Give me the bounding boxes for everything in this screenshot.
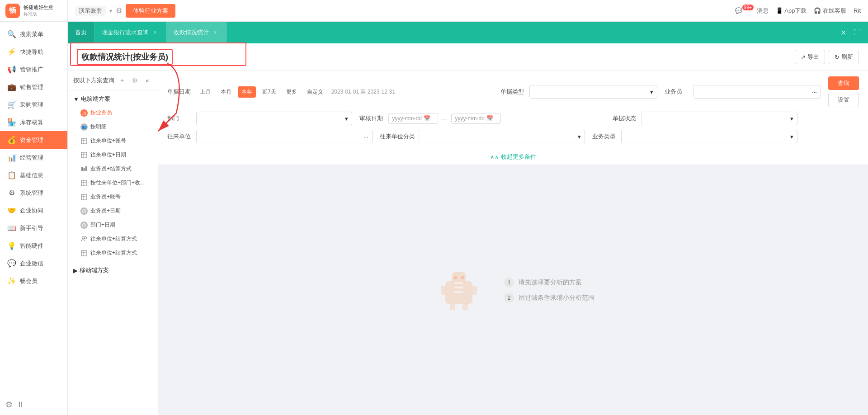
scheme-by-salesperson[interactable]: 员 按业务员 xyxy=(68,106,158,120)
sidebar-nav-item-12[interactable]: 💡智能硬件 xyxy=(0,237,67,255)
sidebar-nav-item-0[interactable]: 🔍搜索菜单 xyxy=(0,25,67,43)
settings-bottom-icon[interactable]: ⚙ xyxy=(5,400,13,410)
sidebar-nav-item-5[interactable]: 🏪库存核算 xyxy=(0,113,67,131)
refresh-button[interactable]: ↻ 刷新 xyxy=(829,50,859,64)
scheme-partner-settle1[interactable]: 往来单位+结算方式 xyxy=(68,232,158,246)
company-name[interactable]: 演示账套 xyxy=(75,6,106,16)
nav-label-5: 库存核算 xyxy=(20,118,43,127)
type-select[interactable]: ▾ xyxy=(529,85,657,99)
app-download-link[interactable]: 📱 App下载 xyxy=(776,7,807,15)
scheme-by-detail[interactable]: 👥 按明细 xyxy=(68,120,158,134)
salesperson-filter-label: 业务员 xyxy=(665,88,690,96)
nav-icon-2: 📢 xyxy=(7,65,16,74)
mobile-scheme-group: ▶ 移动端方案 xyxy=(68,262,158,279)
business-type-label: 业务类型 xyxy=(592,132,618,141)
collapse-sidebar-icon[interactable]: ⏸ xyxy=(16,400,24,410)
partner-more-btn[interactable]: ··· xyxy=(363,133,368,140)
window-close-btn[interactable]: ✕ xyxy=(839,27,848,39)
scheme-salesperson-date[interactable]: 业务员+日期 xyxy=(68,204,158,218)
tab-home[interactable]: 首页 xyxy=(68,22,94,43)
partner-dept-icon xyxy=(80,179,88,187)
trial-button[interactable]: 体验行业方案 xyxy=(126,4,175,18)
bank-flow-tab-close[interactable]: × xyxy=(151,29,159,36)
scheme-partner-settle2-label: 往来单位+结算方式 xyxy=(90,249,137,257)
nav-icon-1: ⚡ xyxy=(7,47,16,56)
empty-state: 1 请先选择要分析的方案 2 用过滤条件来缩小分析范围 xyxy=(158,165,868,415)
review-date-start[interactable]: yyyy-mm-dd 📅 xyxy=(388,113,438,124)
scheme-detail-label: 按明细 xyxy=(90,123,107,131)
nav-icon-6: 💰 xyxy=(7,136,16,144)
sidebar-nav-item-7[interactable]: 📊经营管理 xyxy=(0,149,67,166)
partner-category-select[interactable]: ▾ xyxy=(419,130,585,143)
nav-label-14: 畅会员 xyxy=(20,277,38,285)
sidebar-nav-item-2[interactable]: 📢营销推广 xyxy=(0,61,67,78)
sidebar-nav-item-1[interactable]: ⚡快捷导航 xyxy=(0,43,67,61)
nav-icon-7: 📊 xyxy=(7,153,16,162)
nav-icon-0: 🔍 xyxy=(7,30,16,38)
salesperson-icon: 员 xyxy=(80,109,88,117)
collection-stats-tab-label: 收款情况统计 xyxy=(174,28,209,37)
export-button[interactable]: ↗ 导出 xyxy=(795,50,825,64)
sidebar-nav-item-4[interactable]: 🛒采购管理 xyxy=(0,96,67,113)
calendar-end-icon: 📅 xyxy=(486,115,493,122)
mobile-scheme-label: 移动端方案 xyxy=(80,266,109,274)
sidebar-nav-item-8[interactable]: 📋基础信息 xyxy=(0,166,67,184)
scheme-salesperson-settle[interactable]: 业务员+结算方式 xyxy=(68,162,158,176)
settings-button[interactable]: 设置 xyxy=(828,93,859,107)
filter-partner-item: 往来单位 ··· xyxy=(167,130,373,143)
date-tab-更多[interactable]: 更多 xyxy=(283,86,301,98)
date-tab-自定义[interactable]: 自定义 xyxy=(303,86,327,98)
sidebar-nav-item-14[interactable]: ✨畅会员 xyxy=(0,272,67,290)
window-maximize-btn[interactable]: ⛶ xyxy=(852,27,863,38)
dept-filter-label: 部门 xyxy=(167,114,193,123)
review-date-end[interactable]: yyyy-mm-dd 📅 xyxy=(451,113,501,124)
doc-status-label: 单据状态 xyxy=(613,114,638,123)
sidebar-nav-item-9[interactable]: ⚙系统管理 xyxy=(0,184,67,202)
desktop-scheme-chevron: ▼ xyxy=(73,96,79,103)
scheme-partner-date[interactable]: 往来单位+日期 xyxy=(68,148,158,162)
scheme-partner-dept[interactable]: 按往来单位+部门+收... xyxy=(68,176,158,190)
user-name[interactable]: Rit xyxy=(854,7,861,14)
company-chevron-icon[interactable]: ▾ xyxy=(109,8,112,14)
sidebar-nav-item-13[interactable]: 💬企业微信 xyxy=(0,255,67,272)
nav-label-0: 搜索菜单 xyxy=(20,30,43,38)
add-scheme-btn[interactable]: + xyxy=(117,75,127,85)
tab-bar-actions: ✕ ⛶ xyxy=(833,22,868,43)
tab-bank-flow[interactable]: 现金银行流水查询 × xyxy=(94,22,166,43)
doc-status-select[interactable]: ▾ xyxy=(642,112,797,125)
sidebar-nav-item-11[interactable]: 📖新手引导 xyxy=(0,219,67,237)
business-type-chevron: ▾ xyxy=(790,133,793,140)
desktop-scheme-group-title[interactable]: ▼ 电脑端方案 xyxy=(68,92,158,106)
date-tab-本年[interactable]: 本年 xyxy=(238,86,256,98)
svg-rect-34 xyxy=(472,286,477,295)
business-type-select[interactable]: ▾ xyxy=(621,130,797,143)
nav-icon-9: ⚙ xyxy=(7,189,16,197)
mobile-scheme-group-title[interactable]: ▶ 移动端方案 xyxy=(68,264,158,277)
scheme-partner-account[interactable]: 往来单位+账号 xyxy=(68,134,158,148)
sidebar-nav-item-10[interactable]: 🤝企业协同 xyxy=(0,202,67,219)
scheme-salesperson-account[interactable]: 业务员+账号 xyxy=(68,190,158,204)
sidebar-nav-item-6[interactable]: 💰资金管理 xyxy=(0,131,67,149)
date-tab-近7天[interactable]: 近7天 xyxy=(259,86,280,98)
salesperson-select-more[interactable]: ··· xyxy=(812,89,817,95)
collection-stats-tab-close[interactable]: × xyxy=(212,29,219,36)
message-icon[interactable]: 💬 99+ 消息 xyxy=(735,7,769,15)
nav-icon-11: 📖 xyxy=(7,224,16,232)
sidebar-nav-item-3[interactable]: 💼销售管理 xyxy=(0,78,67,96)
scheme-dept-date[interactable]: 部门+日期 xyxy=(68,218,158,232)
scheme-settings-btn[interactable]: ⚙ xyxy=(130,75,140,85)
partner-select[interactable]: ··· xyxy=(196,130,373,143)
scheme-salesperson-settle-label: 业务员+结算方式 xyxy=(90,165,132,173)
date-tab-本月[interactable]: 本月 xyxy=(217,86,235,98)
dept-select[interactable]: ▾ xyxy=(196,112,352,125)
salesperson-select[interactable]: ··· xyxy=(693,85,821,99)
settings-icon[interactable]: ⚙ xyxy=(116,6,122,15)
collapse-bar[interactable]: ∧∧ 收起更多条件 xyxy=(158,149,868,165)
date-tab-上月[interactable]: 上月 xyxy=(196,86,214,98)
online-service-link[interactable]: 🎧 在线客服 xyxy=(814,7,846,15)
collapse-panel-btn[interactable]: « xyxy=(142,75,152,85)
svg-rect-23 xyxy=(81,250,87,256)
tab-collection-stats[interactable]: 收款情况统计 × xyxy=(166,22,226,43)
scheme-partner-settle2[interactable]: 往来单位+结算方式 xyxy=(68,246,158,260)
query-button[interactable]: 查询 xyxy=(828,76,859,90)
